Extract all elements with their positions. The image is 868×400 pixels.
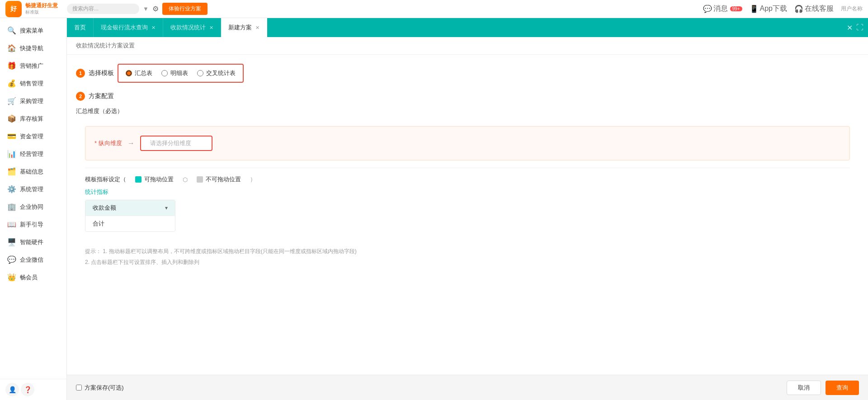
sidebar-item-wechat[interactable]: 💬 企业微信 — [0, 251, 66, 268]
sales-icon: 💰 — [7, 79, 16, 88]
radio-summary[interactable]: 汇总表 — [126, 69, 152, 77]
radio-cross-input[interactable] — [197, 70, 203, 76]
metrics-area: 统计指标 收款金额 ▾ 合计 — [85, 188, 850, 233]
search-icon: 🔍 — [7, 26, 16, 35]
sidebar-label-member: 畅会员 — [20, 273, 38, 282]
dimension-select[interactable]: 请选择分组维度 — [140, 136, 212, 151]
settings-icon[interactable]: ⚙ — [152, 5, 159, 13]
sidebar-label-system: 系统管理 — [20, 185, 43, 193]
sidebar-menu: 🔍 搜索菜单 🏠 快捷导航 🎁 营销推广 💰 销售管理 🛒 采购管理 📦 — [0, 18, 66, 379]
sidebar-item-guide[interactable]: 📖 新手引导 — [0, 216, 66, 233]
metrics-legend: 模板指标设定（ 可拖动位置 ⬡ 不可拖动位置 — [85, 175, 850, 184]
tab-stats-close[interactable]: ✕ — [209, 25, 213, 31]
nondraggable-legend: 不可拖动位置 — [197, 175, 241, 184]
tab-bank-close[interactable]: ✕ — [151, 25, 156, 31]
sidebar: 🔍 搜索菜单 🏠 快捷导航 🎁 营销推广 💰 销售管理 🛒 采购管理 📦 — [0, 18, 67, 400]
sidebar-item-purchase[interactable]: 🛒 采购管理 — [0, 92, 66, 110]
sidebar-item-search[interactable]: 🔍 搜索菜单 — [0, 22, 66, 39]
sidebar-item-member[interactable]: 👑 畅会员 — [0, 268, 66, 286]
sidebar-label-wechat: 企业微信 — [20, 256, 43, 264]
tab-bank[interactable]: 现金银行流水查询 ✕ — [94, 18, 163, 37]
sidebar-item-enterprise[interactable]: 🏢 企业协同 — [0, 198, 66, 216]
member-icon: 👑 — [7, 273, 16, 282]
basic-icon: 🗂️ — [7, 167, 16, 176]
main-layout: 🔍 搜索菜单 🏠 快捷导航 🎁 营销推广 💰 销售管理 🛒 采购管理 📦 — [0, 18, 868, 400]
tab-close-all-icon[interactable]: ✕ — [847, 24, 853, 32]
sidebar-item-quicknav[interactable]: 🏠 快捷导航 — [0, 39, 66, 57]
sidebar-avatar[interactable]: 👤 — [5, 383, 19, 396]
footer-bar: 方案保存(可选) 取消 查询 — [67, 375, 868, 400]
user-info[interactable]: 用户名称 — [841, 5, 863, 13]
save-checkbox-input[interactable] — [76, 385, 82, 391]
tab-home-label: 首页 — [74, 24, 86, 32]
dimension-wrapper: 汇总维度（必选） * 纵向维度 → 请选择分组维度 — [76, 107, 859, 160]
tab-bank-label: 现金银行流水查询 — [101, 24, 148, 32]
tab-bar: 首页 现金银行流水查询 ✕ 收款情况统计 ✕ 新建方案 ✕ ✕ ⛶ — [67, 18, 868, 37]
radio-summary-input[interactable] — [126, 70, 132, 76]
guide-icon: 📖 — [7, 220, 16, 229]
top-bar-left: 好 畅捷通好生意 标准版 搜索内容... ▼ ⚙ 体验行业方案 — [5, 1, 208, 17]
nondraggable-label: 不可拖动位置 — [206, 175, 241, 184]
tip-1-text: 提示： 1. 拖动标题栏可以调整布局，不可跨维度或指标区域拖动栏目字段(只能在同… — [85, 246, 357, 257]
operation-icon: 📊 — [7, 150, 16, 158]
step2-section: 2 方案配置 汇总维度（必选） * 纵向维度 → — [76, 92, 859, 275]
cancel-button[interactable]: 取消 — [787, 381, 821, 395]
message-icon: 💬 — [703, 5, 712, 13]
dropdown-arrow-icon[interactable]: ▼ — [143, 5, 149, 12]
metrics-legend-title: 模板指标设定（ — [85, 175, 126, 184]
message-btn[interactable]: 💬 消息 99+ — [703, 4, 742, 14]
trial-button[interactable]: 体验行业方案 — [162, 3, 208, 15]
sidebar-item-finance[interactable]: 💳 资金管理 — [0, 127, 66, 145]
tab-stats[interactable]: 收款情况统计 ✕ — [163, 18, 221, 37]
tab-expand-icon[interactable]: ⛶ — [856, 24, 863, 32]
sidebar-item-inventory[interactable]: 📦 库存核算 — [0, 110, 66, 127]
tip-2-text: 2. 点击标题栏下拉可设置排序、插入列和删除列 — [85, 257, 199, 268]
step1-circle: 1 — [76, 69, 85, 78]
radio-detail-input[interactable] — [161, 70, 168, 76]
metrics-dropdown-icon[interactable]: ▾ — [165, 205, 168, 211]
finance-icon: 💳 — [7, 132, 16, 141]
wechat-icon: 💬 — [7, 255, 16, 264]
sidebar-label-inventory: 库存核算 — [20, 115, 43, 123]
sidebar-help-icon[interactable]: ❓ — [21, 383, 34, 396]
tab-home[interactable]: 首页 — [67, 18, 94, 37]
service-icon: 🎧 — [794, 5, 803, 13]
message-badge: 99+ — [730, 6, 742, 11]
download-btn[interactable]: 📱 App下载 — [750, 4, 787, 14]
tab-stats-label: 收款情况统计 — [170, 24, 206, 32]
sidebar-label-basic: 基础信息 — [20, 168, 43, 176]
sidebar-item-operation[interactable]: 📊 经营管理 — [0, 145, 66, 163]
dimension-title: 汇总维度（必选） — [76, 107, 859, 119]
tab-new-plan-close[interactable]: ✕ — [255, 25, 259, 31]
download-icon: 📱 — [750, 5, 759, 13]
service-btn[interactable]: 🎧 在线客服 — [794, 4, 834, 14]
gift-icon: 🎁 — [7, 61, 16, 70]
logo-title: 畅捷通好生意 — [25, 2, 58, 9]
home-icon: 🏠 — [7, 44, 16, 52]
sidebar-item-marketing[interactable]: 🎁 营销推广 — [0, 57, 66, 75]
tip-1: 提示： 1. 拖动标题栏可以调整布局，不可跨维度或指标区域拖动栏目字段(只能在同… — [85, 246, 850, 257]
inventory-icon: 📦 — [7, 114, 16, 123]
sidebar-item-hardware[interactable]: 🖥️ 智能硬件 — [0, 233, 66, 251]
sidebar-label-finance: 资金管理 — [20, 132, 43, 141]
query-button[interactable]: 查询 — [826, 381, 859, 395]
tips-section: 提示： 1. 拖动标题栏可以调整布局，不可跨维度或指标区域拖动栏目字段(只能在同… — [76, 239, 859, 275]
draggable-legend: 可拖动位置 — [135, 175, 174, 184]
tab-new-plan[interactable]: 新建方案 ✕ — [221, 18, 267, 37]
logo-text-block: 畅捷通好生意 标准版 — [25, 2, 58, 16]
sidebar-item-system[interactable]: ⚙️ 系统管理 — [0, 180, 66, 198]
enterprise-icon: 🏢 — [7, 202, 16, 211]
sidebar-item-sales[interactable]: 💰 销售管理 — [0, 75, 66, 92]
draggable-label: 可拖动位置 — [144, 175, 174, 184]
form-area: 1 选择模板 汇总表 明细表 — [67, 55, 868, 293]
radio-cross[interactable]: 交叉统计表 — [197, 69, 236, 77]
sidebar-label-quicknav: 快捷导航 — [20, 44, 43, 52]
tip-2: 2. 点击标题栏下拉可设置排序、插入列和删除列 — [85, 257, 850, 268]
breadcrumb: 收款情况统计方案设置 — [67, 37, 868, 55]
page-inner: 收款情况统计方案设置 1 选择模板 汇总表 — [67, 37, 868, 375]
sidebar-item-basic[interactable]: 🗂️ 基础信息 — [0, 163, 66, 180]
radio-detail[interactable]: 明细表 — [161, 69, 188, 77]
save-checkbox-label[interactable]: 方案保存(可选) — [76, 384, 124, 392]
step1-section: 1 选择模板 汇总表 明细表 — [76, 64, 859, 83]
content-area: 首页 现金银行流水查询 ✕ 收款情况统计 ✕ 新建方案 ✕ ✕ ⛶ — [67, 18, 868, 400]
